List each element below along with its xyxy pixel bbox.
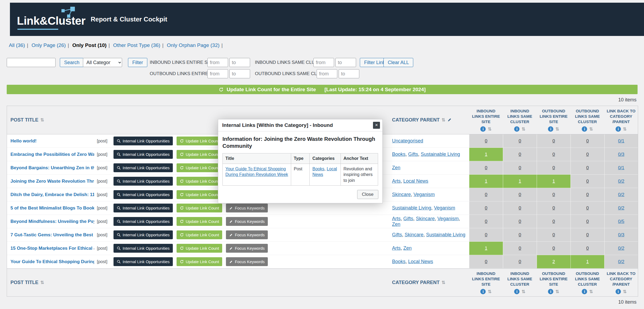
link-count-link[interactable]: 0 — [485, 192, 487, 197]
info-icon[interactable]: i — [616, 289, 621, 294]
view-filter-other-post-type[interactable]: Other Post Type (36) — [113, 42, 160, 48]
link-back-link[interactable]: 0/1 — [618, 165, 624, 170]
column-header-outbound-cluster[interactable]: OUTBOUND LINKS SAME CLUSTER i⇅ — [570, 106, 604, 134]
modal-post-title-link[interactable]: Your Guide To Ethical Shopping During Fa… — [225, 167, 288, 177]
category-link[interactable]: Books — [392, 152, 405, 157]
update-link-count-button[interactable]: Update Link Count — [177, 177, 222, 186]
update-link-count-button[interactable]: Update Link Count — [177, 163, 222, 172]
focus-keywords-button[interactable]: Focus Keywords — [226, 230, 268, 239]
category-link[interactable]: Skincare — [416, 216, 435, 221]
category-link[interactable]: Zen — [403, 245, 412, 251]
update-link-count-button[interactable]: Update Link Count — [177, 244, 222, 253]
update-link-count-button[interactable]: Update Link Count — [177, 230, 222, 239]
update-link-count-banner[interactable]: Update Link Count for the Entire Site [L… — [7, 85, 638, 94]
link-count-link[interactable]: 0 — [586, 138, 589, 144]
link-count-link[interactable]: 0 — [552, 219, 555, 224]
internal-link-opportunities-button[interactable]: Internal Link Opportunities — [114, 257, 173, 266]
modal-close-button[interactable]: Close — [357, 190, 378, 199]
link-count-link[interactable]: 0 — [552, 152, 555, 157]
post-title-link[interactable]: 7 Gut-Tastic Gems: Unveiling the Best Na… — [10, 232, 94, 238]
link-count-link[interactable]: 0 — [519, 165, 521, 170]
link-count-link[interactable]: 1 — [586, 259, 589, 264]
link-count-link[interactable]: 0 — [485, 232, 487, 237]
category-link[interactable]: Veganism — [434, 205, 455, 211]
category-link[interactable]: Local News — [408, 259, 433, 264]
sort-icon[interactable]: ⇅ — [441, 280, 445, 285]
link-count-link[interactable]: 0 — [552, 165, 555, 170]
link-count-link[interactable]: 1 — [552, 179, 555, 184]
internal-link-opportunities-button[interactable]: Internal Link Opportunities — [114, 177, 173, 186]
internal-link-opportunities-button[interactable]: Internal Link Opportunities — [114, 244, 173, 253]
footer-column-header-inbound-entire[interactable]: INBOUND LINKS ENTIRE SITE i⇅ — [469, 268, 503, 296]
search-button[interactable]: Search — [60, 58, 84, 67]
info-icon[interactable]: i — [480, 289, 486, 294]
sort-icon[interactable]: ⇅ — [589, 126, 593, 132]
update-link-count-button[interactable]: Update Link Count — [177, 190, 222, 199]
link-count-link[interactable]: 0 — [586, 205, 589, 211]
update-link-count-button[interactable]: Update Link Count — [177, 137, 222, 145]
info-icon[interactable]: i — [582, 289, 587, 294]
info-icon[interactable]: i — [548, 126, 553, 132]
update-link-count-button[interactable]: Update Link Count — [177, 150, 222, 159]
link-count-link[interactable]: 0 — [519, 246, 521, 251]
focus-keywords-button[interactable]: Focus Keywords — [226, 204, 268, 212]
update-link-count-button[interactable]: Update Link Count — [177, 257, 222, 266]
link-count-link[interactable]: 0 — [586, 152, 589, 157]
link-count-link[interactable]: 0 — [552, 246, 555, 251]
outbound-entire-from-input[interactable] — [207, 69, 228, 78]
link-count-link[interactable]: 0 — [586, 246, 589, 251]
info-icon[interactable]: i — [514, 126, 519, 132]
footer-column-header-post-title[interactable]: POST TITLE⇅ — [7, 268, 389, 296]
focus-keywords-button[interactable]: Focus Keywords — [226, 244, 268, 253]
link-count-link[interactable]: 0 — [586, 192, 589, 197]
post-title-link[interactable]: Joining the Zero Waste Revolution Throug… — [10, 179, 94, 184]
internal-link-opportunities-button[interactable]: Internal Link Opportunities — [114, 230, 173, 239]
link-count-link[interactable]: 0 — [552, 232, 555, 237]
column-header-outbound-entire[interactable]: OUTBOUND LINKS ENTIRE SITE i⇅ — [537, 106, 570, 134]
outbound-cluster-from-input[interactable] — [317, 69, 337, 78]
link-count-link[interactable]: 0 — [552, 138, 555, 144]
link-count-link[interactable]: 1 — [519, 179, 521, 184]
link-count-link[interactable]: 0 — [485, 259, 487, 264]
category-select[interactable]: All Category — [83, 58, 122, 67]
post-title-link[interactable]: 15 One-Stop Marketplaces For Ethical & S… — [10, 246, 94, 251]
view-filter-only-post[interactable]: Only Post (10) — [72, 42, 107, 48]
link-count-link[interactable]: 0 — [519, 138, 521, 144]
category-link[interactable]: Arts — [392, 178, 401, 184]
view-filter-only-page[interactable]: Only Page (26) — [31, 42, 66, 48]
category-link[interactable]: Arts — [392, 245, 401, 251]
focus-keywords-button[interactable]: Focus Keywords — [226, 257, 268, 266]
sort-icon[interactable]: ⇅ — [521, 289, 525, 294]
category-link[interactable]: Zen — [392, 165, 400, 170]
link-count-link[interactable]: 1 — [485, 152, 487, 157]
post-title-link[interactable]: Hello world! — [10, 138, 94, 144]
link-count-link[interactable]: 0 — [485, 205, 487, 211]
sort-icon[interactable]: ⇅ — [623, 289, 627, 294]
link-back-link[interactable]: 0/3 — [618, 152, 624, 157]
category-link[interactable]: Skincare — [392, 192, 411, 197]
link-count-link[interactable]: 0 — [485, 138, 487, 144]
update-link-count-button[interactable]: Update Link Count — [177, 217, 222, 226]
info-icon[interactable]: i — [480, 126, 486, 132]
category-link[interactable]: Zen — [392, 222, 400, 227]
link-count-link[interactable]: 2 — [552, 259, 555, 264]
internal-link-opportunities-button[interactable]: Internal Link Opportunities — [114, 190, 173, 199]
internal-link-opportunities-button[interactable]: Internal Link Opportunities — [114, 163, 173, 172]
info-icon[interactable]: i — [582, 126, 587, 132]
category-link[interactable]: Veganism — [437, 216, 459, 221]
link-back-link[interactable]: 0/5 — [618, 219, 624, 224]
sort-icon[interactable]: ⇅ — [555, 126, 559, 132]
category-link[interactable]: Sustainable Living — [392, 205, 431, 211]
search-input[interactable] — [7, 58, 56, 67]
category-link[interactable]: Sustainable Living — [421, 152, 460, 157]
category-link[interactable]: Books — [312, 167, 324, 171]
internal-link-opportunities-button[interactable]: Internal Link Opportunities — [114, 217, 173, 226]
category-link[interactable]: Uncategorised — [392, 138, 423, 144]
inbound-cluster-to-input[interactable] — [335, 58, 356, 67]
link-count-link[interactable]: 0 — [519, 232, 521, 237]
link-count-link[interactable]: 0 — [586, 232, 589, 237]
category-link[interactable]: Arts — [392, 216, 401, 221]
footer-column-header-outbound-cluster[interactable]: OUTBOUND LINKS SAME CLUSTER i⇅ — [570, 268, 604, 296]
category-link[interactable]: Veganism — [414, 192, 435, 197]
info-icon[interactable]: i — [548, 289, 553, 294]
